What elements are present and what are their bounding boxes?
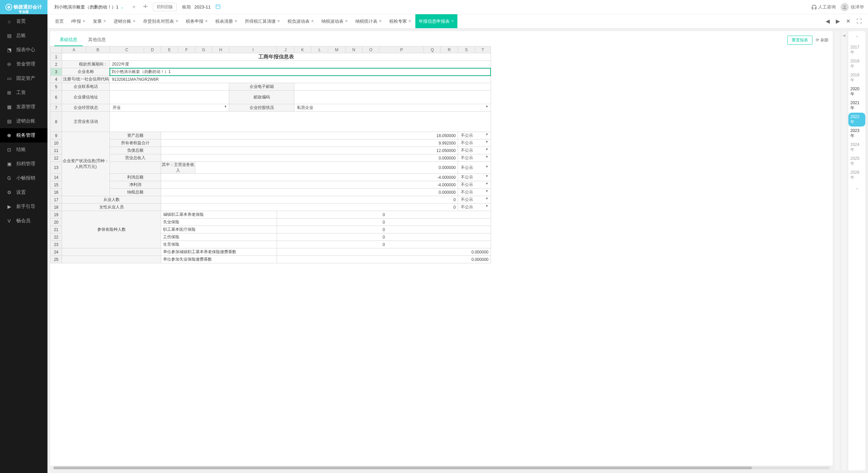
sidebar-item-home[interactable]: ⌂首页 xyxy=(0,14,47,29)
user-menu[interactable]: 徐泽华 xyxy=(841,3,864,11)
year-up-button[interactable]: ⌃ xyxy=(854,34,860,42)
tabs-next-button[interactable]: ▶ xyxy=(834,17,842,26)
tab-close-icon[interactable]: ✕ xyxy=(379,19,382,23)
data-cell[interactable] xyxy=(294,91,491,104)
data-cell[interactable]: 91320811MA7NGR2W6R xyxy=(110,76,491,83)
sidebar-item-tax[interactable]: ⊕税务管理 xyxy=(0,128,47,143)
column-header[interactable]: L xyxy=(311,46,328,53)
row-header[interactable]: 8 xyxy=(51,112,62,132)
tab[interactable]: 存货别名对照表✕ xyxy=(140,14,182,29)
data-cell[interactable]: 单位参加城镇职工基本养老保险缴费基数 xyxy=(161,248,277,256)
row-header[interactable]: 15 xyxy=(51,181,62,189)
data-cell[interactable]: 0 xyxy=(277,219,491,226)
sidebar-item-report[interactable]: ⬔报表中心 xyxy=(0,43,47,57)
column-header[interactable]: A xyxy=(62,46,86,53)
dropdown-cell[interactable]: 不公示 xyxy=(458,154,491,162)
tab[interactable]: 年报信息申报表✕ xyxy=(415,14,457,29)
data-cell[interactable]: 0 xyxy=(161,196,458,204)
dropdown-cell[interactable]: 不公示 xyxy=(458,147,491,154)
tab-close-icon[interactable]: ✕ xyxy=(175,19,178,23)
tab[interactable]: 税检专家✕ xyxy=(386,14,415,29)
tab[interactable]: 发票✕ xyxy=(90,14,110,29)
sidebar-item-invoice-mgmt[interactable]: ▦发票管理 xyxy=(0,100,47,114)
tab[interactable]: 进销台账✕ xyxy=(110,14,139,29)
sidebar-item-guide[interactable]: ▶新手引导 xyxy=(0,200,47,214)
data-cell[interactable]: 0 xyxy=(277,226,491,233)
tab-close-icon[interactable]: ✕ xyxy=(133,19,136,23)
sidebar-item-reimburse[interactable]: G小畅报销 xyxy=(0,171,47,185)
column-header[interactable]: G xyxy=(195,46,212,53)
tab[interactable]: 纳税统计表✕ xyxy=(352,14,385,29)
column-header[interactable]: O xyxy=(362,46,379,53)
calendar-icon[interactable] xyxy=(214,2,222,12)
row-header[interactable]: 7 xyxy=(51,104,62,112)
row-header[interactable]: 11 xyxy=(51,147,62,154)
column-header[interactable]: B xyxy=(86,46,110,53)
sub-tab[interactable]: 基础信息 xyxy=(54,34,83,46)
column-header[interactable]: P xyxy=(379,46,424,53)
year-item[interactable]: 2024年 xyxy=(848,140,865,154)
data-cell[interactable]: -4.000000 xyxy=(161,174,458,181)
row-header[interactable]: 2 xyxy=(51,61,62,68)
data-cell[interactable]: 18.050000 xyxy=(161,132,458,139)
data-cell[interactable]: 0.000000 xyxy=(161,189,458,196)
data-cell[interactable]: 2022年度 xyxy=(110,61,491,68)
data-cell[interactable]: 生育保险 xyxy=(161,241,277,248)
row-header[interactable]: 3 xyxy=(51,68,62,76)
column-header[interactable]: S xyxy=(458,46,475,53)
column-header[interactable]: Q xyxy=(424,46,441,53)
row-header[interactable]: 20 xyxy=(51,219,62,226)
sheet-title[interactable]: 工商年报信息表 xyxy=(62,53,491,61)
row-header[interactable]: 25 xyxy=(51,256,62,263)
sidebar-item-ledger[interactable]: ▤总账 xyxy=(0,29,47,43)
tab-close-icon[interactable]: ✕ xyxy=(408,19,411,23)
column-header[interactable]: N xyxy=(345,46,362,53)
period-value[interactable]: 2023-11 xyxy=(194,4,211,10)
add-account-button[interactable]: ＋ xyxy=(130,2,138,12)
row-header[interactable]: 16 xyxy=(51,189,62,196)
row-header[interactable]: 14 xyxy=(51,174,62,181)
fullscreen-button[interactable]: ⛶ xyxy=(854,17,864,26)
year-item[interactable]: 2026年 xyxy=(848,168,865,182)
dropdown-cell[interactable]: 不公示 xyxy=(458,189,491,196)
row-header[interactable]: 9 xyxy=(51,132,62,139)
tabs-prev-button[interactable]: ◀ xyxy=(824,17,832,26)
year-item[interactable]: 2017年 xyxy=(848,43,865,57)
column-header[interactable]: E xyxy=(161,46,178,53)
year-item[interactable]: 2020年 xyxy=(848,85,865,99)
row-header[interactable]: 1 xyxy=(51,53,62,61)
tab-close-icon[interactable]: ✕ xyxy=(205,19,208,23)
dropdown-cell[interactable]: 不公示 xyxy=(458,204,491,211)
settings-icon[interactable] xyxy=(141,2,150,12)
account-selector[interactable]: 刘小艳演示账套（勿删勿动！）1 ⌄ xyxy=(52,3,126,12)
sidebar-item-close-books[interactable]: ⊡结账 xyxy=(0,143,47,157)
data-cell[interactable]: 职工基本医疗保险 xyxy=(161,226,277,233)
data-cell[interactable]: 0 xyxy=(277,211,491,219)
year-item[interactable]: 2018年 xyxy=(848,57,865,71)
data-cell[interactable] xyxy=(110,83,229,91)
sidebar-item-inventory[interactable]: ▤进销台账 xyxy=(0,114,47,128)
column-header[interactable]: K xyxy=(294,46,311,53)
horizontal-scrollbar[interactable] xyxy=(50,466,833,470)
tab-close-icon[interactable]: ✕ xyxy=(277,19,280,23)
sidebar-item-vip[interactable]: V畅会员 xyxy=(0,214,47,228)
tab-close-icon[interactable]: ✕ xyxy=(234,19,237,23)
dropdown-cell[interactable]: 不公示 xyxy=(458,132,491,139)
data-cell[interactable] xyxy=(110,91,229,104)
row-header[interactable]: 21 xyxy=(51,226,62,233)
reset-report-button[interactable]: 重置报表 xyxy=(787,36,812,45)
tab-close-icon[interactable]: ✕ xyxy=(345,19,348,23)
row-header[interactable]: 12 xyxy=(51,154,62,162)
row-header[interactable]: 6 xyxy=(51,91,62,104)
tab[interactable]: 税负波动表✕ xyxy=(284,14,317,29)
tab-close-icon[interactable]: ✕ xyxy=(451,19,454,23)
sidebar-item-settings[interactable]: ⚙设置 xyxy=(0,185,47,200)
vertical-scrollbar[interactable] xyxy=(835,31,840,470)
sidebar-item-asset[interactable]: ▭固定资产 xyxy=(0,71,47,86)
year-down-button[interactable]: ⌄ xyxy=(854,184,860,191)
column-header[interactable]: M xyxy=(328,46,345,53)
sub-tab[interactable]: 其他信息 xyxy=(83,34,111,46)
dropdown-cell[interactable]: 不公示 xyxy=(458,196,491,204)
column-header[interactable]: J xyxy=(277,46,294,53)
tab-close-icon[interactable]: ✕ xyxy=(103,19,106,23)
